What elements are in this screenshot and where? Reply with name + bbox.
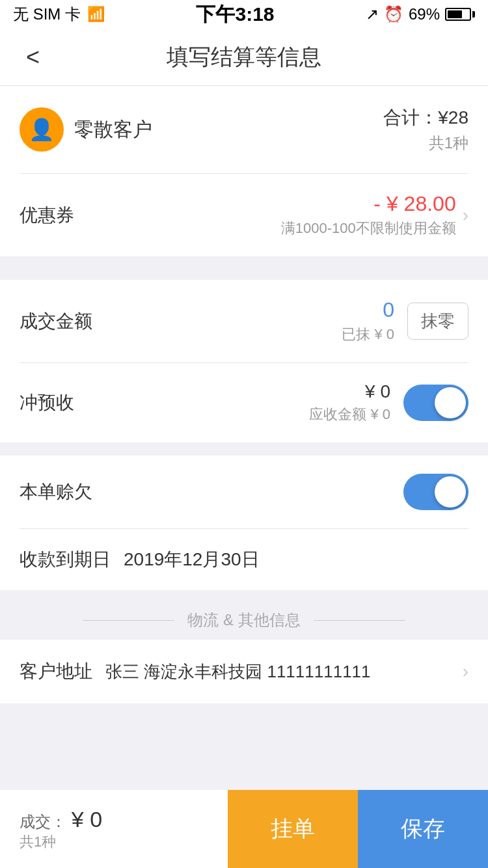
battery-icon — [445, 8, 475, 21]
bottom-left: 成交： ¥ 0 共1种 — [0, 807, 228, 852]
coupon-discount: - ¥ 28.00 — [281, 192, 456, 216]
bottom-bar: 成交： ¥ 0 共1种 挂单 保存 — [0, 790, 488, 868]
alarm-icon: ⏰ — [384, 5, 403, 23]
avatar: 👤 — [20, 107, 64, 152]
content: 👤 零散客户 合计：¥28 共1种 优惠券 - ¥ 28.00 满1000-10… — [0, 86, 488, 798]
chevron-right-icon: › — [463, 205, 468, 226]
precharge-right: ¥ 0 应收金额 ¥ 0 — [309, 381, 468, 424]
wifi-icon: 📶 — [87, 6, 105, 23]
precharge-sub: 应收金额 ¥ 0 — [309, 405, 390, 424]
coupon-row[interactable]: 优惠券 - ¥ 28.00 满1000-100不限制使用金额 › — [0, 174, 488, 256]
no-sim-label: 无 SIM 卡 — [13, 4, 81, 25]
page-title: 填写结算等信息 — [167, 42, 321, 72]
address-row[interactable]: 客户地址 张三 海淀永丰科技园 11111111111 › — [0, 640, 488, 703]
debt-toggle-knob — [435, 476, 466, 508]
amount-right: 0 已抹 ¥ 0 抹零 — [342, 298, 468, 344]
duedate-row: 收款到期日 2019年12月30日 — [0, 529, 488, 590]
address-label: 客户地址 — [20, 659, 92, 684]
precharge-row: 冲预收 ¥ 0 应收金额 ¥ 0 — [0, 363, 488, 442]
precharge-label: 冲预收 — [20, 390, 74, 415]
customer-row: 👤 零散客户 合计：¥28 共1种 — [0, 86, 488, 173]
round-button[interactable]: 抹零 — [407, 303, 468, 340]
coupon-label: 优惠券 — [20, 203, 74, 228]
duedate-value: 2019年12月30日 — [124, 547, 260, 572]
toggle-knob — [435, 387, 466, 418]
bottom-deal-value: ¥ 0 — [72, 807, 102, 832]
coupon-description: 满1000-100不限制使用金额 — [281, 219, 456, 238]
bottom-deal-count: 共1种 — [20, 832, 208, 852]
save-button-label: 保存 — [401, 814, 445, 844]
amount-row: 成交金额 0 已抹 ¥ 0 抹零 — [0, 280, 488, 362]
bottom-deal-label: 成交： — [20, 813, 66, 830]
precharge-toggle[interactable] — [403, 385, 468, 421]
debt-section: 本单赊欠 收款到期日 2019年12月30日 — [0, 455, 488, 590]
duedate-label: 收款到期日 — [20, 547, 111, 572]
gray-separator-2 — [0, 442, 488, 455]
customer-count: 共1种 — [383, 133, 468, 154]
debt-toggle[interactable] — [403, 474, 468, 510]
status-bar: 无 SIM 卡 📶 下午3:18 ↗ ⏰ 69% — [0, 0, 488, 29]
customer-left: 👤 零散客户 — [20, 107, 152, 152]
amount-right-inner: 0 已抹 ¥ 0 — [342, 298, 394, 344]
status-left: 无 SIM 卡 📶 — [13, 4, 105, 25]
hold-button-label: 挂单 — [271, 814, 315, 844]
address-section: 客户地址 张三 海淀永丰科技园 11111111111 › — [0, 640, 488, 703]
hold-button[interactable]: 挂单 — [228, 790, 358, 868]
status-time: 下午3:18 — [196, 1, 274, 28]
customer-total: 合计：¥28 — [383, 105, 468, 130]
bottom-deal-row: 成交： ¥ 0 — [20, 807, 208, 832]
customer-section: 👤 零散客户 合计：¥28 共1种 优惠券 - ¥ 28.00 满1000-10… — [0, 86, 488, 256]
address-chevron-icon: › — [463, 661, 468, 682]
amount-section: 成交金额 0 已抹 ¥ 0 抹零 冲预收 ¥ 0 应收金额 ¥ 0 — [0, 280, 488, 442]
back-button[interactable]: < — [20, 37, 46, 77]
status-right: ↗ ⏰ 69% — [366, 5, 475, 23]
debt-label: 本单赊欠 — [20, 480, 92, 504]
precharge-right-inner: ¥ 0 应收金额 ¥ 0 — [309, 381, 390, 424]
coupon-right: - ¥ 28.00 满1000-100不限制使用金额 › — [281, 192, 468, 238]
customer-right: 合计：¥28 共1种 — [383, 105, 468, 154]
coupon-right-inner: - ¥ 28.00 满1000-100不限制使用金额 — [281, 192, 456, 238]
debt-row: 本单赊欠 — [0, 455, 488, 528]
save-button[interactable]: 保存 — [358, 790, 488, 868]
logistics-separator: 物流 & 其他信息 — [0, 601, 488, 640]
amount-value: 0 — [342, 298, 394, 322]
logistics-title: 物流 & 其他信息 — [83, 610, 404, 631]
gray-separator-1 — [0, 267, 488, 280]
amount-label: 成交金额 — [20, 309, 92, 334]
nav-bar: < 填写结算等信息 — [0, 29, 488, 86]
address-value: 张三 海淀永丰科技园 11111111111 — [105, 660, 463, 683]
customer-name: 零散客户 — [74, 116, 152, 143]
precharge-value: ¥ 0 — [309, 381, 390, 402]
location-icon: ↗ — [366, 5, 379, 23]
logistics-title-text: 物流 & 其他信息 — [187, 610, 300, 631]
avatar-icon: 👤 — [29, 117, 55, 142]
battery-percent: 69% — [409, 5, 440, 23]
amount-rounded-label: 已抹 ¥ 0 — [342, 325, 394, 344]
